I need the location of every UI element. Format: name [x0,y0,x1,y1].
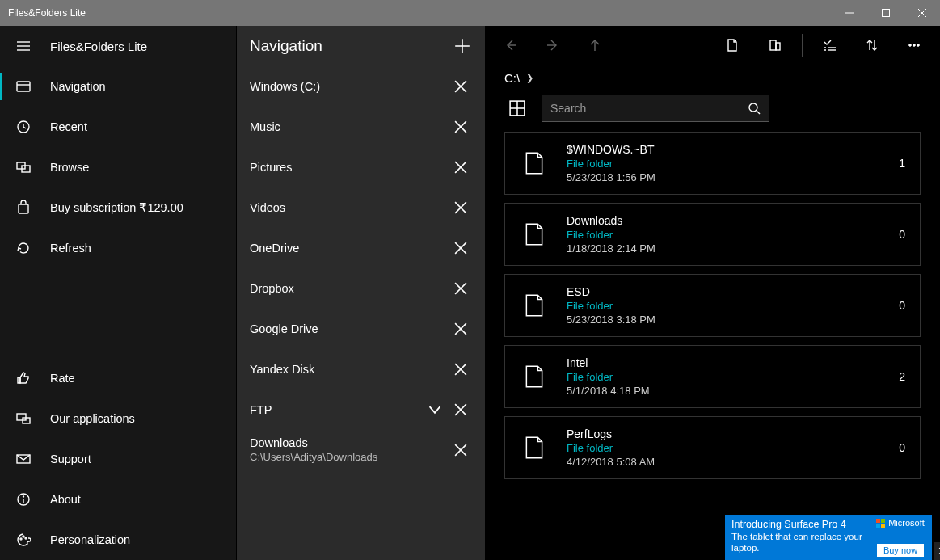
folder-icon [520,289,549,322]
file-item[interactable]: ESDFile folder5/23/2018 3:18 PM0 [504,274,921,337]
add-location-button[interactable] [453,36,472,56]
sidebar-item-recent[interactable]: Recent [0,107,236,147]
nav-item[interactable]: Videos [237,187,485,228]
nav-item[interactable]: Pictures [237,147,485,187]
file-name: $WINDOWS.~BT [567,143,891,156]
sidebar-item-label: Personalization [50,533,130,546]
window-minimize-button[interactable] [831,0,867,26]
breadcrumb[interactable]: C:\ ❯ [485,65,940,88]
nav-panel-title: Navigation [250,37,453,55]
nav-item[interactable]: Yandex Disk [237,349,485,389]
file-item[interactable]: $WINDOWS.~BTFile folder5/23/2018 1:56 PM… [504,132,921,195]
remove-location-button[interactable] [449,161,472,174]
sidebar-item-label: Our applications [50,412,135,425]
sidebar-item-label: Navigation [50,80,106,93]
sidebar-header[interactable]: Files&Folders Lite [0,26,236,66]
new-folder-button[interactable] [755,27,794,63]
file-date: 5/1/2018 4:18 PM [567,385,891,397]
svg-point-19 [20,538,22,540]
nav-item-label: FTP [250,403,420,416]
nav-item[interactable]: FTP [237,389,485,430]
ad-close-button[interactable]: ✕ [934,542,940,560]
up-button[interactable] [575,27,614,63]
svg-rect-13 [17,414,26,420]
sidebar: Files&Folders Lite Navigation Recent Bro… [0,26,237,560]
new-file-button[interactable] [713,27,752,63]
search-box[interactable] [542,95,769,122]
file-type: File folder [567,442,891,454]
file-name: ESD [567,285,891,298]
sidebar-item-support[interactable]: Support [0,439,236,479]
sidebar-item-rate[interactable]: Rate [0,358,236,398]
remove-location-button[interactable] [449,120,472,133]
file-count: 0 [891,299,905,312]
nav-item-label: Pictures [250,161,446,174]
window-titlebar: Files&Folders Lite [0,0,940,26]
remove-location-button[interactable] [449,363,472,376]
sort-button[interactable] [853,27,892,63]
nav-item[interactable]: OneDrive [237,228,485,268]
sidebar-item-label: About [50,493,81,506]
file-type: File folder [567,229,891,241]
svg-point-55 [909,44,912,47]
more-button[interactable] [895,27,934,63]
chevron-down-icon[interactable] [424,402,446,417]
remove-location-button[interactable] [449,444,472,457]
clock-icon [15,118,32,136]
nav-item[interactable]: Music [237,107,485,147]
back-button[interactable] [491,27,530,63]
search-input[interactable] [550,102,748,115]
sidebar-item-personalization[interactable]: Personalization [0,520,236,560]
svg-point-57 [917,44,920,47]
nav-item[interactable]: Google Drive [237,309,485,349]
file-item[interactable]: DownloadsFile folder1/18/2018 2:14 PM0 [504,203,921,266]
folder-icon [520,218,549,251]
remove-location-button[interactable] [449,80,472,93]
sidebar-app-title: Files&Folders Lite [50,40,147,53]
remove-location-button[interactable] [449,322,472,335]
nav-icon [15,78,32,95]
search-icon [748,102,761,115]
file-date: 5/23/2018 3:18 PM [567,314,891,326]
sidebar-item-navigation[interactable]: Navigation [0,66,236,107]
sidebar-item-label: Browse [50,161,89,174]
sidebar-item-browse[interactable]: Browse [0,147,236,187]
file-item[interactable]: IntelFile folder5/1/2018 4:18 PM2 [504,345,921,408]
nav-item[interactable]: Dropbox [237,268,485,309]
view-mode-button[interactable] [504,95,530,121]
file-date: 4/12/2018 5:08 AM [567,456,891,468]
sidebar-item-about[interactable]: About [0,479,236,520]
svg-point-56 [913,44,916,47]
file-count: 0 [891,441,905,454]
remove-location-button[interactable] [449,282,472,295]
file-item[interactable]: PerfLogsFile folder4/12/2018 5:08 AM0 [504,416,921,479]
ad-subtitle: The tablet that can replace your laptop. [731,532,862,554]
sidebar-item-apps[interactable]: Our applications [0,398,236,439]
thumb-icon [15,369,32,387]
svg-rect-12 [19,204,28,213]
breadcrumb-segment[interactable]: C:\ [504,71,520,85]
remove-location-button[interactable] [449,242,472,255]
nav-item[interactable]: Windows (C:) [237,66,485,107]
nav-item[interactable]: DownloadsC:\Users\Aditya\Downloads [237,430,485,469]
svg-point-61 [749,103,757,112]
forward-button[interactable] [533,27,572,63]
ad-cta-button[interactable]: Buy now [877,544,924,557]
sidebar-item-label: Recent [50,120,87,133]
svg-rect-48 [776,43,780,50]
browse-icon [15,158,32,176]
remove-location-button[interactable] [449,201,472,214]
window-title: Files&Folders Lite [8,7,831,19]
remove-location-button[interactable] [449,403,472,416]
toolbar [485,26,940,65]
palette-icon [15,531,32,549]
sidebar-item-buy[interactable]: Buy subscription ₹129.00 [0,187,236,228]
window-maximize-button[interactable] [867,0,904,26]
select-button[interactable] [811,27,849,63]
svg-point-21 [25,537,27,539]
sidebar-item-refresh[interactable]: Refresh [0,228,236,268]
nav-item-label: Music [250,120,446,133]
advertisement[interactable]: Introducing Surface Pro 4 The tablet tha… [725,515,932,560]
nav-item-path: C:\Users\Aditya\Downloads [250,451,446,463]
window-close-button[interactable] [904,0,940,26]
